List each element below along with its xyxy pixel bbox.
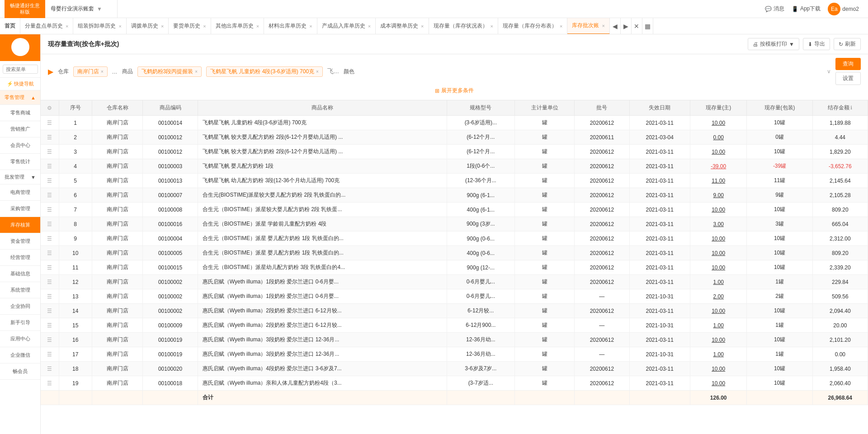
- col-gear[interactable]: ⚙: [41, 100, 59, 116]
- row-stock-main[interactable]: 10.00: [690, 231, 747, 246]
- export-button[interactable]: ⬇ 导出: [803, 38, 830, 50]
- tab-close-chengpin[interactable]: ×: [368, 24, 371, 29]
- sidebar-item-dianshang[interactable]: 电商管理: [0, 184, 40, 201]
- expand-conditions-btn[interactable]: ⊞ 展开更多条件: [48, 87, 861, 94]
- tab-close-zuchai[interactable]: ×: [118, 24, 121, 29]
- row-gear[interactable]: ☰: [41, 333, 59, 347]
- tab-kucun[interactable]: 库存批次账 ×: [567, 18, 609, 34]
- filter-expand-icon[interactable]: ▶: [48, 67, 53, 76]
- tab-close-all[interactable]: ✕: [632, 18, 642, 34]
- row-stock-main[interactable]: 10.00: [690, 362, 747, 376]
- tab-close-cailiao[interactable]: ×: [309, 24, 312, 29]
- row-gear[interactable]: ☰: [41, 203, 59, 217]
- row-stock-main[interactable]: 10.00: [690, 304, 747, 318]
- row-stock-main[interactable]: 1.00: [690, 275, 747, 289]
- query-button[interactable]: 查询: [835, 58, 861, 70]
- print-button[interactable]: 🖨 按模板打印 ▼: [748, 38, 799, 50]
- row-gear[interactable]: ☰: [41, 130, 59, 145]
- refresh-button[interactable]: ↻ 刷新: [834, 38, 861, 50]
- tab-fenpan[interactable]: 分量盘点单历史 ×: [20, 18, 73, 34]
- row-stock-main[interactable]: 10.00: [690, 203, 747, 217]
- row-gear[interactable]: ☰: [41, 116, 59, 130]
- row-stock-main[interactable]: 10.00: [690, 246, 747, 260]
- product-tag-2-close[interactable]: ×: [316, 69, 319, 74]
- row-gear[interactable]: ☰: [41, 376, 59, 391]
- row-stock-main[interactable]: 9.00: [690, 188, 747, 203]
- sidebar-item-tongji[interactable]: 零售统计: [0, 154, 40, 170]
- row-stock-main[interactable]: 10.00: [690, 260, 747, 275]
- sidebar-item-pifa[interactable]: 批发管理 ▼: [0, 170, 40, 184]
- tab-diaoba[interactable]: 调拨单历史 ×: [127, 18, 169, 34]
- row-gear[interactable]: ☰: [41, 275, 59, 289]
- sidebar-item-zijin[interactable]: 资金管理: [0, 233, 40, 250]
- row-gear[interactable]: ☰: [41, 362, 59, 376]
- tab-cailiao[interactable]: 材料出库单历史 ×: [264, 18, 317, 34]
- row-gear[interactable]: ☰: [41, 174, 59, 188]
- product-tag-1-close[interactable]: ×: [195, 69, 198, 74]
- message-btn[interactable]: 💬 消息: [765, 5, 784, 13]
- row-gear[interactable]: ☰: [41, 231, 59, 246]
- sidebar-item-weixin[interactable]: 企业微信: [0, 347, 40, 363]
- tab-close-xianzai2[interactable]: ×: [560, 24, 562, 29]
- row-gear[interactable]: ☰: [41, 145, 59, 159]
- tab-xianzai1[interactable]: 现存量（库存状况表） ×: [429, 18, 498, 34]
- industry-selector[interactable]: 母婴行业演示账套 ▼: [45, 0, 118, 18]
- sidebar-item-yingxiao[interactable]: 营销推广: [0, 121, 40, 137]
- sidebar-item-huiyuan[interactable]: 会员中心: [0, 137, 40, 154]
- warehouse-tag-close[interactable]: ×: [101, 69, 104, 74]
- user-area[interactable]: Ea demo2: [828, 3, 859, 15]
- tab-close-fenpan[interactable]: ×: [66, 24, 68, 29]
- row-stock-main[interactable]: 10.00: [690, 116, 747, 130]
- sidebar-item-jichu[interactable]: 基础信息: [0, 266, 40, 282]
- row-stock-main[interactable]: 11.00: [690, 174, 747, 188]
- sidebar-item-yingyong[interactable]: 应用中心: [0, 331, 40, 347]
- row-stock-main[interactable]: 2.00: [690, 289, 747, 304]
- row-gear[interactable]: ☰: [41, 318, 59, 333]
- app-download-btn[interactable]: 📱 App下载: [792, 5, 821, 13]
- balance-info-icon[interactable]: ℹ: [850, 105, 852, 110]
- color-expand[interactable]: ∨: [827, 68, 831, 75]
- warehouse-dots[interactable]: ...: [112, 68, 118, 75]
- tab-close-chengben[interactable]: ×: [421, 24, 424, 29]
- row-gear[interactable]: ☰: [41, 217, 59, 231]
- tab-close-diaoba[interactable]: ×: [161, 24, 164, 29]
- sidebar-item-changhui[interactable]: 畅会员: [0, 363, 40, 380]
- row-gear[interactable]: ☰: [41, 304, 59, 318]
- row-gear[interactable]: ☰: [41, 246, 59, 260]
- row-stock-main[interactable]: 10.00: [690, 145, 747, 159]
- tab-yaohuo[interactable]: 要货单历史 ×: [169, 18, 211, 34]
- sidebar-item-qiye[interactable]: 企业协同: [0, 298, 40, 315]
- tab-xianzai2[interactable]: 现存量（库存分布表） ×: [498, 18, 567, 34]
- row-stock-main[interactable]: 1.00: [690, 347, 747, 362]
- row-stock-main[interactable]: 1.00: [690, 318, 747, 333]
- tab-nav-left[interactable]: ◀: [610, 18, 621, 34]
- tab-qita[interactable]: 其他出库单历史 ×: [211, 18, 264, 34]
- settings-button[interactable]: 设置: [835, 72, 861, 85]
- tab-nav-right[interactable]: ▶: [621, 18, 632, 34]
- sidebar-item-jingying[interactable]: 经营管理: [0, 250, 40, 266]
- sidebar-quick-nav[interactable]: ⚡ 快捷导航: [0, 78, 40, 90]
- tab-zuchai[interactable]: 组装拆卸单历史 ×: [73, 18, 126, 34]
- tab-close-yaohuo[interactable]: ×: [203, 24, 206, 29]
- tab-close-xianzai1[interactable]: ×: [491, 24, 493, 29]
- row-stock-main[interactable]: 0.00: [690, 130, 747, 145]
- row-stock-main[interactable]: 3.00: [690, 217, 747, 231]
- row-gear[interactable]: ☰: [41, 289, 59, 304]
- row-stock-main[interactable]: 10.00: [690, 333, 747, 347]
- row-stock-main[interactable]: -39.00: [690, 159, 747, 174]
- tab-close-qita[interactable]: ×: [256, 24, 259, 29]
- sidebar-item-kucun[interactable]: 库存核算: [0, 217, 40, 233]
- row-gear[interactable]: ☰: [41, 188, 59, 203]
- row-gear[interactable]: ☰: [41, 260, 59, 275]
- sidebar-item-xinshou[interactable]: 新手引导: [0, 315, 40, 331]
- sidebar-item-shangcheng[interactable]: 零售商城: [0, 105, 40, 121]
- tab-chengben[interactable]: 成本调整单历史 ×: [376, 18, 429, 34]
- sidebar-item-caigou[interactable]: 采购管理: [0, 201, 40, 217]
- row-gear[interactable]: ☰: [41, 347, 59, 362]
- row-gear[interactable]: ☰: [41, 159, 59, 174]
- tab-menu[interactable]: ▦: [642, 18, 653, 34]
- row-stock-main[interactable]: 10.00: [690, 376, 747, 391]
- sidebar-item-xitong[interactable]: 系统管理: [0, 282, 40, 298]
- product-dots[interactable]: 飞...: [327, 67, 339, 75]
- tab-chengpin[interactable]: 产成品入库单历史 ×: [317, 18, 376, 34]
